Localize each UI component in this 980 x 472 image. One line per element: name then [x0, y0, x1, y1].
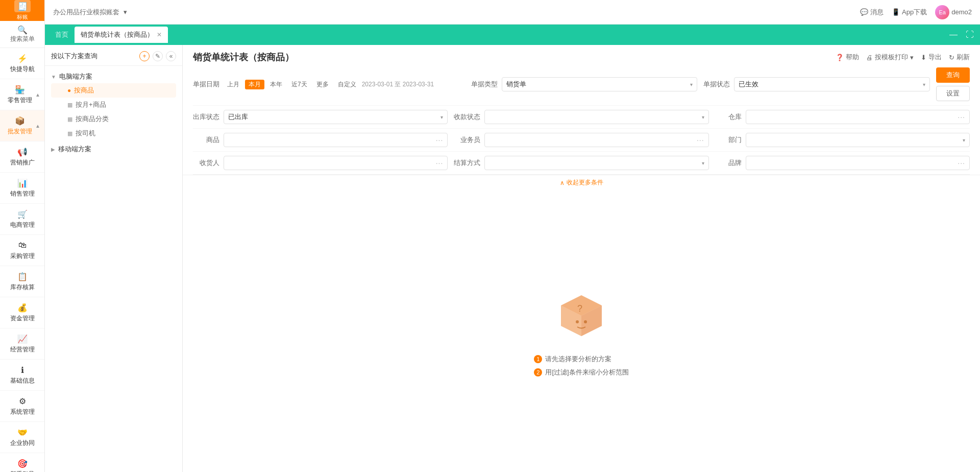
sidebar-item-wholesale[interactable]: 📦 批发管理 ▲ [0, 110, 44, 141]
receipt-status-input[interactable]: ▾ [484, 110, 708, 124]
query-btn[interactable]: 查询 [936, 67, 970, 83]
doc-status-label: 单据状态 [703, 80, 730, 89]
sidebar-item-finance[interactable]: 💰 资金管理 [0, 297, 44, 328]
empty-tips: 1 请先选择要分析的方案 2 用[过滤]条件来缩小分析范围 [534, 355, 628, 377]
date-tab-prev-month[interactable]: 上月 [224, 80, 243, 89]
filter-receiver: 收货人 ··· [193, 156, 448, 170]
settlement-input[interactable]: ▾ [484, 156, 708, 170]
tree-parent-pc-label: 电脑端方案 [59, 72, 92, 81]
sidebar-item-quicknav[interactable]: ⚡ 快捷导航 [0, 48, 44, 79]
tree-child-by-driver[interactable]: ▦ 按司机 [51, 126, 176, 140]
tree-child-by-product-label: 按商品 [74, 86, 94, 95]
filter-settlement: 结算方式 ▾ [454, 156, 708, 170]
print-icon: 🖨 [866, 54, 873, 61]
sidebar-item-retail[interactable]: 🏪 零售管理 ▲ [0, 79, 44, 110]
content-area: 按以下方案查询 + ✎ « ▼ 电脑端方案 ● 按商品 ▦ [45, 45, 980, 472]
date-tab-custom[interactable]: 自定义 [334, 80, 360, 89]
refresh-btn[interactable]: ↻ 刷新 [949, 53, 970, 62]
tree-child-by-month-product[interactable]: ▦ 按月+商品 [51, 98, 176, 112]
tab-home[interactable]: 首页 [49, 27, 75, 43]
tree-parent-mobile[interactable]: ▶ 移动端方案 [51, 143, 176, 156]
sidebar-item-newbie[interactable]: 🎯 新手引导 [0, 453, 44, 472]
refresh-icon: ↻ [949, 54, 954, 61]
date-range-display: 2023-03-01 至 2023-03-31 [362, 80, 434, 89]
avatar: Ea [935, 5, 949, 19]
user-profile[interactable]: Ea demo2 [935, 5, 972, 19]
doc-status-input[interactable]: 已生效 ▾ [734, 77, 930, 91]
brand-input[interactable]: ··· [746, 156, 970, 170]
tab-close-icon[interactable]: ✕ [157, 31, 162, 38]
workspace-selector[interactable]: 办公用品行业模拟账套 ▾ [53, 8, 127, 17]
tree-child-by-category[interactable]: ▦ 按商品分类 [51, 112, 176, 126]
message-btn[interactable]: 💬 消息 [860, 8, 884, 17]
workspace-label: 办公用品行业模拟账套 [53, 8, 119, 17]
tree-child-by-driver-label: 按司机 [76, 129, 95, 138]
sidebar-item-inventory[interactable]: 📋 库存核算 [0, 266, 44, 297]
help-btn[interactable]: ❓ 帮助 [836, 53, 859, 62]
collapse-panel-btn[interactable]: « [166, 51, 176, 61]
header-right: 💬 消息 📱 App下载 Ea demo2 [860, 5, 972, 19]
sidebar-item-basic[interactable]: ℹ 基础信息 [0, 360, 44, 391]
export-btn[interactable]: ⬇ 导出 [921, 53, 942, 62]
retail-icon: 🏪 [15, 84, 25, 95]
filter-doc-status: 单据状态 已生效 ▾ [703, 77, 930, 91]
help-icon: ❓ [836, 54, 844, 61]
doc-type-input[interactable]: 销货单 ▾ [502, 77, 698, 91]
message-icon: 💬 [860, 8, 868, 16]
template-print-btn[interactable]: 🖨 按模板打印 ▾ [866, 53, 914, 62]
out-status-input[interactable]: 已出库 ▾ [224, 110, 448, 124]
sidebar-item-ecommerce[interactable]: 🛒 电商管理 [0, 204, 44, 235]
tree-expand-icon-pc: ▼ [51, 74, 56, 80]
salesperson-input[interactable]: ··· [484, 133, 708, 147]
right-panel: 销货单统计表（按商品） ❓ 帮助 🖨 按模板打印 ▾ ⬇ 导出 [183, 45, 980, 472]
tab-sales-stat-label: 销货单统计表（按商品） [81, 30, 154, 39]
download-icon: 📱 [892, 8, 900, 16]
doc-type-label: 单据类型 [471, 80, 498, 89]
workspace-dropdown-icon: ▾ [124, 8, 127, 16]
system-icon: ⚙ [17, 396, 28, 406]
child-icon-by-driver: ▦ [67, 130, 72, 137]
main-area: 办公用品行业模拟账套 ▾ 💬 消息 📱 App下载 Ea demo2 首页 销货… [45, 0, 980, 472]
app-logo: 🧾 标账 [0, 0, 44, 21]
sidebar-item-purchase[interactable]: 🛍 采购管理 [0, 235, 44, 266]
sidebar-item-enterprise[interactable]: 🤝 企业协同 [0, 422, 44, 453]
add-scheme-btn[interactable]: + [139, 51, 150, 61]
svg-point-4 [576, 320, 579, 323]
product-label: 商品 [193, 135, 219, 145]
product-input[interactable]: ··· [224, 133, 448, 147]
department-input[interactable]: ▾ [746, 133, 970, 147]
tab-minimize-btn[interactable]: — [947, 29, 960, 41]
filter-out-status: 出库状态 已出库 ▾ [193, 110, 448, 124]
sidebar-item-sales[interactable]: 📊 销售管理 [0, 173, 44, 204]
sidebar-item-system[interactable]: ⚙ 系统管理 [0, 391, 44, 422]
department-arrow-icon: ▾ [963, 137, 965, 143]
date-tab-this-year[interactable]: 本年 [266, 80, 286, 89]
receipt-status-label: 收款状态 [454, 112, 480, 122]
tab-sales-stat[interactable]: 销货单统计表（按商品） ✕ [75, 27, 168, 43]
out-status-value: 已出库 [228, 112, 248, 122]
settings-btn[interactable]: 设置 [936, 86, 970, 101]
svg-text:?: ? [577, 303, 582, 314]
sidebar-item-operations[interactable]: 📈 经营管理 [0, 328, 44, 360]
empty-state-icon: ? [551, 285, 612, 346]
edit-scheme-btn[interactable]: ✎ [153, 51, 163, 61]
tab-maximize-btn[interactable]: ⛶ [964, 29, 976, 41]
app-download-btn[interactable]: 📱 App下载 [892, 8, 927, 17]
purchase-icon: 🛍 [17, 240, 28, 250]
left-panel: 按以下方案查询 + ✎ « ▼ 电脑端方案 ● 按商品 ▦ [45, 45, 183, 472]
tree-child-by-product[interactable]: ● 按商品 [51, 83, 176, 98]
date-tab-7days[interactable]: 近7天 [288, 80, 311, 89]
collapse-more-conditions-btn[interactable]: ∧ 收起更多条件 [183, 175, 980, 190]
receiver-input[interactable]: ··· [224, 156, 448, 170]
left-panel-header: 按以下方案查询 + ✎ « [45, 45, 182, 66]
sidebar-item-search[interactable]: 🔍 搜索菜单 [0, 21, 44, 48]
date-tab-this-month[interactable]: 本月 [245, 80, 264, 89]
sidebar-item-marketing[interactable]: 📢 营销推广 [0, 141, 44, 173]
date-tab-more[interactable]: 更多 [313, 80, 332, 89]
child-icon-by-product: ● [67, 87, 71, 94]
warehouse-input[interactable]: ··· [746, 110, 970, 124]
empty-tip-2: 2 用[过滤]条件来缩小分析范围 [534, 368, 628, 377]
tree-parent-pc[interactable]: ▼ 电脑端方案 [51, 70, 176, 83]
wholesale-arrow-icon: ▲ [35, 123, 40, 129]
out-status-label: 出库状态 [193, 112, 219, 122]
